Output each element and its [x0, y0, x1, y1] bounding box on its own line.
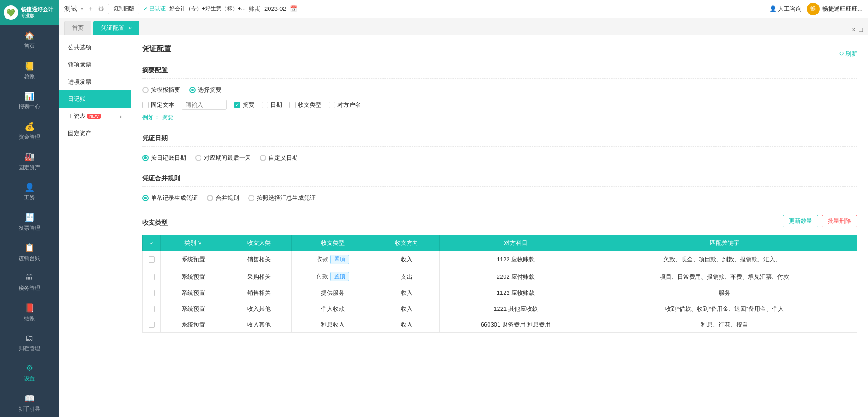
- fixed-text-input[interactable]: [182, 100, 227, 110]
- nav-icon: 🏭: [24, 152, 34, 162]
- sidebar-item-首页[interactable]: 🏠首页: [0, 25, 59, 56]
- panel-item-fixed-assets[interactable]: 固定资产: [59, 125, 131, 142]
- row-badge-2: 置顶: [330, 272, 349, 281]
- batch-delete-button[interactable]: 批量删除: [822, 215, 857, 227]
- merge-option-single[interactable]: 单条记录生成凭证: [142, 194, 198, 202]
- table-body: 系统预置 销售相关 收款 置顶 收入 1122 应收账款 欠款、现金、项目款、到…: [143, 251, 857, 333]
- app-logo: 💚 畅捷通好会计 专业版: [0, 0, 59, 25]
- merge-option-rules-radio: [207, 195, 213, 201]
- date-option-custom-radio: [260, 155, 266, 161]
- row-subject-2: 2202 应付账款: [439, 268, 592, 285]
- user-name: 畅捷通旺旺旺...: [822, 5, 863, 13]
- sidebar-item-进销台账[interactable]: 📋进销台账: [0, 237, 59, 268]
- row-checkbox[interactable]: [143, 251, 161, 268]
- date-option-custom[interactable]: 自定义日期: [260, 154, 298, 162]
- update-count-button[interactable]: 更新数量: [783, 215, 818, 227]
- sidebar-item-设置[interactable]: ⚙设置: [0, 358, 59, 388]
- expand-icon: ›: [120, 113, 122, 120]
- sidebar-item-税务管理[interactable]: 🏛税务管理: [0, 268, 59, 298]
- nav-icon: 🗂: [25, 333, 34, 343]
- help-icon: 👤: [769, 5, 777, 12]
- nav-label: 税务管理: [19, 284, 40, 292]
- voucher-date-radio-group: 按日记账日期 对应期间最后一天 自定义日期: [142, 154, 857, 162]
- summary-checkbox-row: 固定文本 ✓ 摘要 日期 收支类型: [142, 100, 857, 110]
- date-option-journal-radio: [142, 155, 149, 161]
- merge-option-rules[interactable]: 合并规则: [207, 194, 239, 202]
- sidebar-item-固定资产[interactable]: 🏭固定资产: [0, 147, 59, 177]
- nav-label: 发票管理: [19, 224, 40, 232]
- tab-close-icon[interactable]: ×: [129, 25, 132, 31]
- topbar-add-icon[interactable]: ＋: [87, 4, 94, 14]
- page-title: 凭证配置: [142, 44, 171, 54]
- row-keyword-2: 项目、日常费用、报销款、车费、承兑汇票、付款: [592, 268, 857, 285]
- sidebar-item-工资[interactable]: 👤工资: [0, 177, 59, 207]
- tab-voucher-config[interactable]: 凭证配置 ×: [93, 21, 139, 35]
- nav-label: 设置: [24, 375, 35, 383]
- row-major-5: 收入其他: [226, 317, 292, 333]
- row-check-3[interactable]: [149, 290, 155, 296]
- nav-icon: 💰: [24, 122, 34, 132]
- date-option-journal-label: 按日记账日期: [151, 154, 186, 162]
- panel-item-purchase-invoice[interactable]: 进项发票: [59, 73, 131, 90]
- checkbox-summary[interactable]: ✓ 摘要: [234, 101, 254, 109]
- sidebar-item-结账[interactable]: 📕结账: [0, 298, 59, 328]
- panel-item-public[interactable]: 公共选项: [59, 39, 131, 56]
- topbar-gear-icon[interactable]: ⚙: [98, 5, 104, 13]
- refresh-button[interactable]: ↻ 刷新: [839, 50, 857, 58]
- tab-home[interactable]: 首页: [64, 21, 91, 35]
- income-expense-table: ✓ 类别 ∨ 收支大类 收支类型 收支方向 对方科目 匹配关键字: [142, 235, 857, 333]
- sidebar-item-资金管理[interactable]: 💰资金管理: [0, 116, 59, 147]
- row-checkbox[interactable]: [143, 317, 161, 333]
- row-checkbox[interactable]: [143, 268, 161, 285]
- checkbox-fixed-text[interactable]: 固定文本: [142, 101, 174, 109]
- date-option-period-last-radio: [195, 155, 201, 161]
- voucher-date-title: 凭证日期: [142, 134, 857, 147]
- checkbox-summary-label: 摘要: [243, 101, 254, 109]
- checkbox-date[interactable]: 日期: [262, 101, 282, 109]
- row-check-2[interactable]: [149, 274, 155, 280]
- panel-item-sales-invoice[interactable]: 销项发票: [59, 56, 131, 73]
- sidebar-item-新手引导[interactable]: 📖新手引导: [0, 388, 59, 417]
- payroll-label: 工资表: [68, 112, 86, 120]
- date-option-journal[interactable]: 按日记账日期: [142, 154, 186, 162]
- window-max-icon[interactable]: □: [859, 26, 863, 33]
- row-checkbox[interactable]: [143, 285, 161, 301]
- help-link[interactable]: 👤 人工咨询: [769, 5, 801, 13]
- checkbox-counterpart[interactable]: 对方户名: [329, 101, 361, 109]
- row-major-3: 销售相关: [226, 285, 292, 301]
- nav-label: 工资: [24, 194, 35, 202]
- row-check-4[interactable]: [149, 306, 155, 312]
- merge-option-summary[interactable]: 按照选择汇总生成凭证: [248, 194, 316, 202]
- summary-option-select[interactable]: 选择摘要: [189, 86, 221, 94]
- summary-option-template[interactable]: 按模板摘要: [142, 86, 180, 94]
- panel-item-payroll[interactable]: 工资表 NEW ›: [59, 108, 131, 125]
- nav-icon: 📕: [24, 303, 34, 313]
- select-all-checkbox[interactable]: ✓: [149, 240, 155, 246]
- switch-old-version-button[interactable]: 切到旧版: [108, 4, 139, 14]
- nav-icon: 🏠: [24, 31, 34, 41]
- sidebar-item-发票管理[interactable]: 🧾发票管理: [0, 207, 59, 237]
- new-badge: NEW: [87, 114, 101, 119]
- topbar-dropdown-icon[interactable]: ▾: [81, 6, 83, 12]
- row-check-1[interactable]: [149, 256, 155, 263]
- panel-item-journal[interactable]: 日记账: [59, 90, 131, 108]
- row-direction-5: 收入: [374, 317, 440, 333]
- summary-option-template-radio: [142, 87, 149, 93]
- refresh-label: 刷新: [845, 50, 857, 58]
- example-value: 摘要: [162, 114, 173, 121]
- sidebar-item-总账[interactable]: 📒总账: [0, 56, 59, 86]
- checkbox-type[interactable]: 收支类型: [289, 101, 321, 109]
- row-check-5[interactable]: [149, 322, 155, 328]
- checkbox-date-box: [262, 102, 268, 108]
- nav-icon: 👤: [24, 182, 34, 192]
- row-keyword-1: 欠款、现金、项目款、到款、报销款、汇入、...: [592, 251, 857, 268]
- row-category-1: 系统预置: [161, 251, 226, 268]
- date-option-period-last[interactable]: 对应期间最后一天: [195, 154, 251, 162]
- sidebar-item-报表中心[interactable]: 📊报表中心: [0, 86, 59, 116]
- row-checkbox[interactable]: [143, 301, 161, 317]
- window-close-icon[interactable]: ×: [852, 26, 856, 33]
- row-type-5: 利息收入: [292, 317, 374, 333]
- calendar-icon[interactable]: 📅: [290, 5, 297, 12]
- sidebar-nav: 🏠首页📒总账📊报表中心💰资金管理🏭固定资产👤工资🧾发票管理📋进销台账🏛税务管理📕…: [0, 25, 59, 417]
- sidebar-item-归档管理[interactable]: 🗂归档管理: [0, 328, 59, 358]
